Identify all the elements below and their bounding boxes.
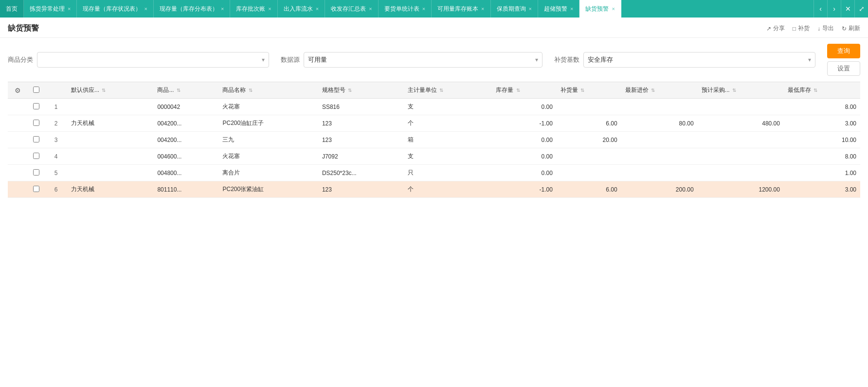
row-stock: -1.00 <box>492 181 557 198</box>
est-purchase-sort-icon: ⇅ <box>732 88 736 93</box>
row-product-name: 火花塞 <box>218 99 318 115</box>
tab-close-btn[interactable]: ✕ <box>841 0 854 18</box>
col-checkbox-header <box>27 82 45 99</box>
tab-navigation: ‹ › ✕ ⤢ <box>814 0 868 18</box>
tab-label-home: 首页 <box>6 5 18 13</box>
tab-maximize-btn[interactable]: ⤢ <box>854 0 868 18</box>
tab-close-inout-flow[interactable]: × <box>316 6 319 12</box>
replenish-base-arrow-icon: ▾ <box>808 56 811 63</box>
table-row: 1 0000042 火花塞 SS816 支 0.00 8.00 <box>8 99 860 115</box>
tab-expiry-query[interactable]: 保质期查询× <box>491 0 538 18</box>
share-btn[interactable]: ↗ 分享 <box>766 24 785 33</box>
row-product-code: 004200... <box>153 115 218 132</box>
tab-inventory-status[interactable]: 现存量（库存状况表）× <box>77 0 153 18</box>
col-spec-header[interactable]: 规格型号 ⇅ <box>318 82 404 99</box>
row-replenish-qty <box>557 148 621 165</box>
tab-close-batch-ledger[interactable]: × <box>268 6 271 12</box>
row-spec: 123 <box>318 132 404 148</box>
col-min-stock-header[interactable]: 最低库存 ⇅ <box>784 82 860 99</box>
export-btn[interactable]: ↓ 导出 <box>817 24 834 33</box>
row-product-name: 离合片 <box>218 165 318 181</box>
tab-exception[interactable]: 拣货异常处理× <box>24 0 77 18</box>
gear-icon[interactable]: ⚙ <box>15 87 21 94</box>
datasource-value: 可用量 <box>308 55 327 64</box>
settings-button[interactable]: 设置 <box>827 61 860 76</box>
tab-close-overstock[interactable]: × <box>570 6 573 12</box>
row-replenish-qty: 6.00 <box>557 181 621 198</box>
tab-close-inventory-dist[interactable]: × <box>221 6 224 12</box>
datasource-filter-group: 数据源 可用量 ▾ <box>281 52 542 68</box>
row-checkbox[interactable] <box>33 103 39 109</box>
replenish-base-select[interactable]: 安全库存 ▾ <box>583 52 815 68</box>
tab-close-available-ledger[interactable]: × <box>481 6 484 12</box>
tab-close-exception[interactable]: × <box>68 6 71 12</box>
share-icon: ↗ <box>766 25 771 32</box>
tab-inout-flow[interactable]: 出入库流水× <box>278 0 325 18</box>
select-all-checkbox[interactable] <box>33 87 39 93</box>
row-checkbox[interactable] <box>33 169 39 176</box>
table-container: ⚙ 默认供应... ⇅ 商品... ⇅ 商品名称 <box>0 82 868 198</box>
filter-area: 商品分类 ▾ 数据源 可用量 ▾ 补货基数 安全库存 ▾ 查询 设置 <box>0 38 868 82</box>
tab-label-batch-ledger: 库存批次账 <box>236 5 265 13</box>
datasource-select[interactable]: 可用量 ▾ <box>304 52 542 68</box>
tab-label-inventory-dist: 现存量（库存分布表） <box>160 5 218 13</box>
col-latest-price-header[interactable]: 最新进价 ⇅ <box>621 82 698 99</box>
row-settings-cell <box>8 148 27 165</box>
tab-close-shortage[interactable]: × <box>612 6 615 12</box>
refresh-btn[interactable]: ↻ 刷新 <box>842 24 860 33</box>
col-est-purchase-header[interactable]: 预计采购... ⇅ <box>698 82 784 99</box>
tab-demand-stat[interactable]: 要货单统计表× <box>379 0 432 18</box>
row-index: 2 <box>45 115 67 132</box>
tab-close-expiry-query[interactable]: × <box>529 6 532 12</box>
row-index: 1 <box>45 99 67 115</box>
table-row: 5 004800... 离合片 DS250*23c... 只 0.00 1.00 <box>8 165 860 181</box>
tab-home[interactable]: 首页 <box>0 0 24 18</box>
replenish-base-value: 安全库存 <box>588 55 613 64</box>
tab-label-inventory-status: 现存量（库存状况表） <box>83 5 141 13</box>
tab-shortage[interactable]: 缺货预警× <box>579 0 621 18</box>
replenish-icon: □ <box>793 25 796 32</box>
row-spec: 123 <box>318 181 404 198</box>
row-checkbox[interactable] <box>33 153 39 159</box>
row-checkbox[interactable] <box>33 120 39 126</box>
query-button[interactable]: 查询 <box>827 44 860 58</box>
category-select[interactable]: ▾ <box>37 52 269 68</box>
row-checkbox[interactable] <box>33 136 39 142</box>
col-supplier-header[interactable]: 默认供应... ⇅ <box>67 82 153 99</box>
row-latest-price <box>621 165 698 181</box>
row-product-code: 801110... <box>153 181 218 198</box>
row-checkbox-cell <box>27 148 45 165</box>
page-header: 缺货预警 ↗ 分享 □ 补货 ↓ 导出 ↻ 刷新 <box>0 18 868 38</box>
category-label: 商品分类 <box>8 55 33 64</box>
col-replenish-qty-header[interactable]: 补货量 ⇅ <box>557 82 621 99</box>
row-settings-cell <box>8 115 27 132</box>
row-min-stock: 3.00 <box>784 181 860 198</box>
row-checkbox[interactable] <box>33 186 39 192</box>
tab-batch-ledger[interactable]: 库存批次账× <box>230 0 277 18</box>
category-filter-group: 商品分类 ▾ <box>8 52 269 68</box>
table-row: 2 力天机械 004200... PC200油缸庄子 123 个 -1.00 6… <box>8 115 860 132</box>
tab-inventory-dist[interactable]: 现存量（库存分布表）× <box>154 0 230 18</box>
row-settings-cell <box>8 165 27 181</box>
tab-next-btn[interactable]: › <box>827 0 841 18</box>
col-product-code-header[interactable]: 商品... ⇅ <box>153 82 218 99</box>
tab-overstock[interactable]: 超储预警× <box>538 0 579 18</box>
tab-collect-summary[interactable]: 收发存汇总表× <box>325 0 378 18</box>
col-product-name-header[interactable]: 商品名称 ⇅ <box>218 82 318 99</box>
tab-close-inventory-status[interactable]: × <box>144 6 147 12</box>
col-unit-header[interactable]: 主计量单位 ⇅ <box>404 82 492 99</box>
tab-available-ledger[interactable]: 可用量库存账本× <box>432 0 490 18</box>
tab-close-demand-stat[interactable]: × <box>422 6 425 12</box>
row-est-purchase <box>698 132 784 148</box>
filter-actions: 查询 设置 <box>827 44 860 76</box>
row-min-stock: 10.00 <box>784 132 860 148</box>
tab-close-collect-summary[interactable]: × <box>369 6 372 12</box>
tab-label-inout-flow: 出入库流水 <box>284 5 313 13</box>
tab-label-expiry-query: 保质期查询 <box>497 5 526 13</box>
tab-prev-btn[interactable]: ‹ <box>814 0 827 18</box>
col-stock-header[interactable]: 库存量 ⇅ <box>492 82 557 99</box>
stock-sort-icon: ⇅ <box>516 88 520 93</box>
replenish-btn[interactable]: □ 补货 <box>793 24 810 33</box>
tab-bar: 首页拣货异常处理×现存量（库存状况表）×现存量（库存分布表）×库存批次账×出入库… <box>0 0 868 18</box>
row-unit: 箱 <box>404 132 492 148</box>
